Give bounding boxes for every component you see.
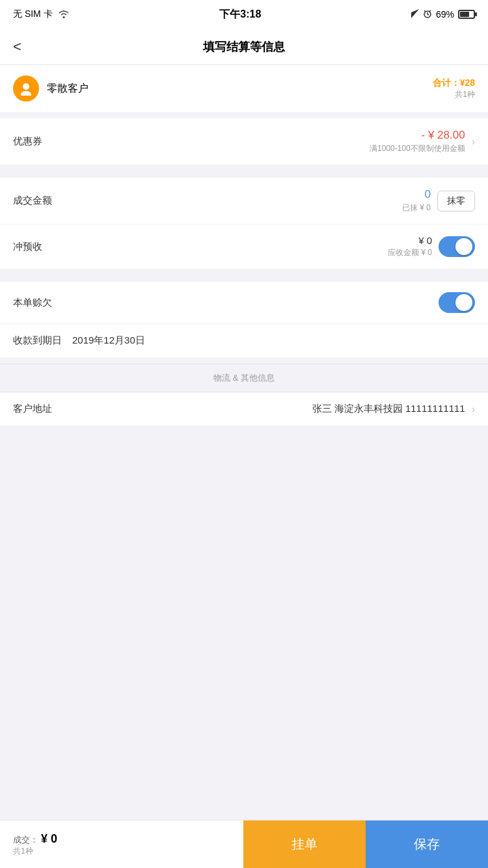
credit-section: 本单赊欠 收款到期日 2019年12月30日	[0, 282, 488, 357]
prepaid-toggle[interactable]	[439, 236, 475, 257]
address-label: 客户地址	[13, 403, 52, 415]
transaction-section: 成交金额 0 已抹 ¥ 0 抹零 冲预收 ¥ 0 应收金额 ¥ 0	[0, 178, 488, 269]
credit-row: 本单赊欠	[0, 282, 488, 324]
due-date-label: 收款到期日	[13, 334, 62, 347]
customer-section: 零散客户 合计：¥28 共1种	[0, 65, 488, 112]
carrier-text: 无 SIM 卡	[13, 8, 53, 20]
prepaid-label: 冲预收	[13, 241, 42, 253]
address-right: 张三 海淀永丰科技园 11111111111 ›	[312, 403, 475, 415]
svg-line-5	[429, 10, 431, 12]
coupon-label: 优惠券	[13, 135, 42, 148]
svg-line-3	[427, 14, 429, 15]
logistics-divider: 物流 & 其他信息	[0, 364, 488, 392]
avatar	[13, 75, 39, 102]
coupon-value: - ¥ 28.00	[370, 129, 465, 142]
chevron-right-icon: ›	[472, 136, 475, 148]
transaction-value: 0	[402, 188, 431, 201]
transaction-sub: 已抹 ¥ 0	[402, 202, 431, 213]
address-row[interactable]: 客户地址 张三 海淀永丰科技园 11111111111 ›	[0, 392, 488, 426]
prepaid-sub: 应收金额 ¥ 0	[388, 247, 432, 258]
location-icon	[411, 9, 419, 20]
due-date-value: 2019年12月30日	[72, 334, 145, 347]
customer-name: 零散客户	[47, 82, 88, 96]
address-chevron-icon: ›	[472, 403, 475, 415]
prepaid-value: ¥ 0	[388, 235, 432, 246]
coupon-row[interactable]: 优惠券 - ¥ 28.00 满1000-100不限制使用金额 ›	[0, 118, 488, 165]
svg-point-7	[21, 91, 31, 96]
battery-icon	[458, 10, 475, 19]
transaction-row: 成交金额 0 已抹 ¥ 0 抹零	[0, 178, 488, 224]
bottom-transaction-label: 成交：	[13, 834, 38, 846]
coupon-section: 优惠券 - ¥ 28.00 满1000-100不限制使用金额 ›	[0, 118, 488, 165]
svg-point-6	[23, 83, 29, 90]
total-label: 合计：¥28	[433, 77, 475, 89]
svg-line-4	[424, 10, 426, 12]
wifi-icon	[58, 9, 70, 20]
address-value: 张三 海淀永丰科技园 11111111111	[312, 403, 465, 415]
credit-toggle[interactable]	[439, 292, 475, 313]
round-zero-button[interactable]: 抹零	[437, 191, 475, 211]
page-title: 填写结算等信息	[203, 39, 285, 55]
svg-marker-0	[411, 9, 419, 18]
customer-right: 合计：¥28 共1种	[433, 77, 475, 100]
bottom-transaction-value: ¥ 0	[41, 832, 57, 846]
bottom-count: 共1种	[13, 846, 230, 857]
alarm-icon	[423, 9, 432, 20]
status-time: 下午3:18	[219, 8, 261, 21]
customer-row: 零散客户 合计：¥28 共1种	[0, 65, 488, 112]
content: 零散客户 合计：¥28 共1种 优惠券 - ¥ 28.00 满1000-100不…	[0, 65, 488, 484]
customer-left: 零散客户	[13, 75, 88, 102]
logistics-label: 物流 & 其他信息	[213, 373, 275, 383]
divider-2	[0, 275, 488, 282]
coupon-sub: 满1000-100不限制使用金额	[370, 143, 465, 154]
status-left: 无 SIM 卡	[13, 8, 70, 20]
save-button[interactable]: 保存	[366, 821, 488, 868]
hang-button[interactable]: 挂单	[243, 821, 366, 868]
credit-toggle-knob	[455, 294, 472, 311]
status-right: 69%	[411, 9, 475, 20]
transaction-right: 0 已抹 ¥ 0 抹零	[402, 188, 475, 213]
back-button[interactable]: <	[13, 38, 21, 55]
toggle-knob	[455, 238, 472, 255]
bottom-bar: 成交： ¥ 0 共1种 挂单 保存	[0, 820, 488, 868]
prepaid-row: 冲预收 ¥ 0 应收金额 ¥ 0	[0, 224, 488, 269]
coupon-right: - ¥ 28.00 满1000-100不限制使用金额 ›	[370, 129, 475, 154]
bottom-info: 成交： ¥ 0 共1种	[0, 821, 243, 868]
prepaid-right: ¥ 0 应收金额 ¥ 0	[388, 235, 475, 258]
status-bar: 无 SIM 卡 下午3:18 69%	[0, 0, 488, 29]
due-date-row: 收款到期日 2019年12月30日	[0, 324, 488, 357]
address-section: 客户地址 张三 海淀永丰科技园 11111111111 ›	[0, 392, 488, 426]
nav-bar: < 填写结算等信息	[0, 29, 488, 65]
transaction-label: 成交金额	[13, 195, 52, 207]
credit-label: 本单赊欠	[13, 297, 52, 309]
total-count: 共1种	[433, 89, 475, 100]
divider-1	[0, 171, 488, 178]
battery-percent: 69%	[436, 9, 454, 20]
